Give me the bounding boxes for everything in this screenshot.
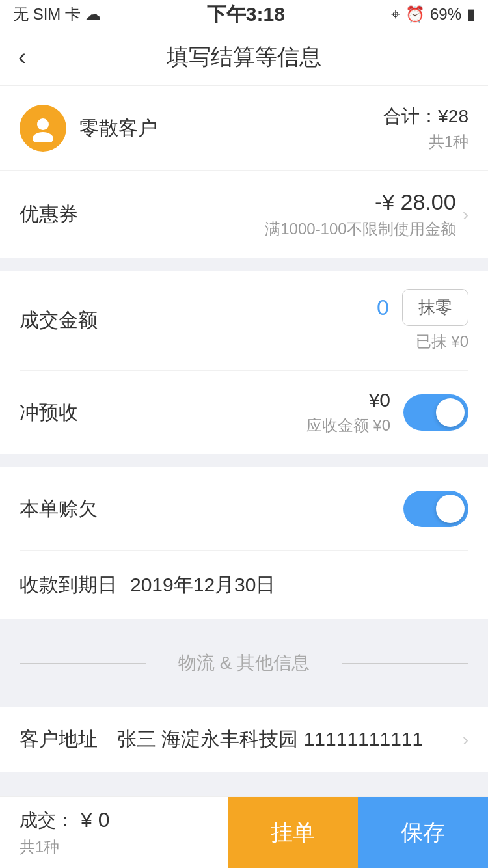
- coupon-value-block: -¥ 28.00 满1000-100不限制使用金额: [265, 189, 455, 239]
- deal-amount-section: 成交金额 0 抹零 已抹 ¥0 冲预收 ¥0 应收金额 ¥0: [0, 271, 488, 454]
- customer-total: 合计：¥28 共1种: [383, 104, 468, 152]
- address-chevron-icon: ›: [463, 729, 468, 750]
- bottom-count: 共1种: [20, 837, 208, 858]
- address-row[interactable]: 客户地址 张三 海淀永丰科技园 11111111111 ›: [20, 707, 468, 772]
- logistics-label: 物流 & 其他信息: [178, 651, 310, 675]
- deal-amount-value: 0: [377, 295, 389, 320]
- coupon-desc: 满1000-100不限制使用金额: [265, 219, 455, 239]
- logistics-divider: 物流 & 其他信息: [0, 651, 488, 675]
- alarm-icon: ⏰: [405, 5, 425, 23]
- bottom-summary: 成交： ¥ 0 共1种: [0, 808, 228, 858]
- status-time: 下午3:18: [207, 1, 285, 28]
- duedate-label: 收款到期日: [20, 572, 117, 599]
- deal-amount-row: 成交金额 0 抹零 已抹 ¥0: [20, 271, 468, 371]
- divider-line-right: [342, 663, 468, 664]
- deal-value-row: 0 抹零: [377, 289, 468, 326]
- page-title: 填写结算等信息: [167, 42, 321, 72]
- debt-toggle[interactable]: [403, 491, 468, 527]
- status-right: ⌖ ⏰ 69% ▮: [391, 5, 475, 23]
- battery-level: 69%: [430, 5, 461, 23]
- svg-point-0: [37, 118, 49, 130]
- prepay-right: ¥0 应收金额 ¥0: [306, 389, 468, 436]
- bottom-deal-value: ¥ 0: [81, 808, 109, 832]
- debt-row: 本单赊欠: [20, 467, 468, 551]
- coupon-right: -¥ 28.00 满1000-100不限制使用金额 ›: [265, 189, 468, 239]
- customer-name: 零散客户: [79, 115, 157, 142]
- deal-sub-text: 已抹 ¥0: [416, 331, 468, 352]
- prepay-receivable: 应收金额 ¥0: [306, 415, 390, 436]
- deal-amount-label: 成交金额: [20, 307, 98, 334]
- nav-bar: ‹ 填写结算等信息: [0, 29, 488, 86]
- prepay-row: 冲预收 ¥0 应收金额 ¥0: [20, 371, 468, 454]
- customer-section: 零散客户 合计：¥28 共1种 优惠券 -¥ 28.00 满1000-100不限…: [0, 86, 488, 258]
- status-left: 无 SIM 卡 ☁: [13, 4, 101, 25]
- location-icon: ⌖: [391, 5, 400, 23]
- prepay-toggle[interactable]: [403, 394, 468, 431]
- status-bar: 无 SIM 卡 ☁ 下午3:18 ⌖ ⏰ 69% ▮: [0, 0, 488, 29]
- avatar: [20, 105, 66, 152]
- bottom-deal-label: 成交：: [20, 808, 74, 833]
- debt-label: 本单赊欠: [20, 496, 98, 522]
- total-amount: 合计：¥28: [383, 104, 468, 129]
- coupon-row[interactable]: 优惠券 -¥ 28.00 满1000-100不限制使用金额 ›: [0, 170, 488, 258]
- bottom-bar: 成交： ¥ 0 共1种 挂单 保存: [0, 796, 488, 868]
- prepay-amount: ¥0: [306, 389, 390, 411]
- address-section: 客户地址 张三 海淀永丰科技园 11111111111 ›: [0, 707, 488, 772]
- hold-order-button[interactable]: 挂单: [228, 797, 358, 869]
- address-value: 张三 海淀永丰科技园 11111111111: [117, 726, 463, 753]
- customer-left: 零散客户: [20, 105, 157, 152]
- round-zero-button[interactable]: 抹零: [402, 289, 468, 326]
- coupon-amount: -¥ 28.00: [265, 189, 455, 215]
- svg-point-1: [33, 132, 53, 142]
- logistics-section: 物流 & 其他信息: [0, 632, 488, 694]
- prepay-values: ¥0 应收金额 ¥0: [306, 389, 390, 436]
- address-label: 客户地址: [20, 726, 98, 753]
- divider-line-left: [20, 663, 146, 664]
- bottom-deal-row: 成交： ¥ 0: [20, 808, 208, 833]
- chevron-right-icon: ›: [463, 204, 468, 225]
- sim-status: 无 SIM 卡 ☁: [13, 4, 101, 25]
- prepay-label: 冲预收: [20, 400, 78, 426]
- coupon-label: 优惠券: [20, 201, 78, 228]
- customer-row: 零散客户 合计：¥28 共1种: [0, 86, 488, 170]
- debt-section: 本单赊欠 收款到期日 2019年12月30日: [0, 467, 488, 619]
- duedate-row: 收款到期日 2019年12月30日: [20, 551, 468, 619]
- back-button[interactable]: ‹: [18, 44, 26, 71]
- total-count: 共1种: [383, 131, 468, 152]
- battery-icon: ▮: [467, 5, 475, 23]
- duedate-value: 2019年12月30日: [130, 572, 275, 599]
- save-button[interactable]: 保存: [358, 797, 488, 869]
